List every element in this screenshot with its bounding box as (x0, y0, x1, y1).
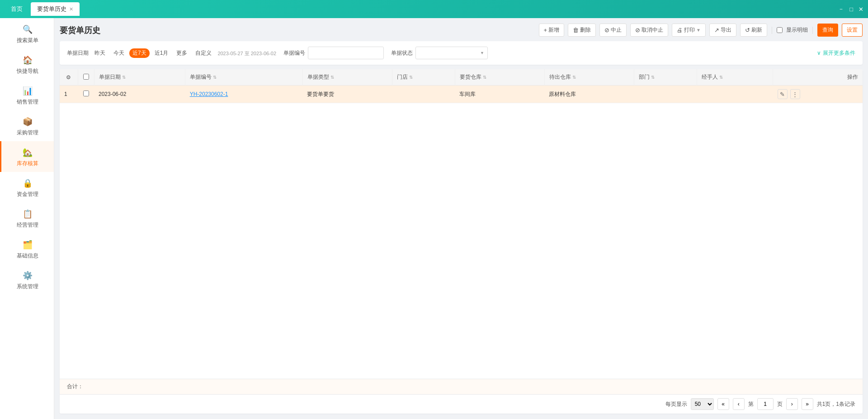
tab-close-icon[interactable]: ✕ (69, 6, 73, 12)
sidebar-item-search-menu-label: 搜索菜单 (17, 37, 38, 44)
sidebar-item-sales-mgmt[interactable]: 📊 销售管理 (0, 80, 54, 110)
print-button[interactable]: 🖨 打印 ▼ (672, 24, 706, 37)
th-actions-label: 操作 (847, 74, 858, 80)
per-page-label: 每页显示 (665, 400, 687, 408)
inventory-icon: 🏡 (23, 148, 33, 157)
page-input[interactable] (757, 398, 774, 410)
per-page-select[interactable]: 50 10 20 100 (691, 398, 714, 410)
close-btn[interactable]: ✕ (859, 6, 863, 13)
tab-home[interactable]: 首页 (5, 2, 29, 16)
table-row[interactable]: 1 2023-06-02 YH-20230602-1 要货单要货 车间库 原材料… (60, 86, 863, 103)
first-page-btn[interactable]: « (717, 398, 729, 410)
query-label: 查询 (822, 26, 833, 34)
sidebar-item-quick-nav-label: 快捷导航 (17, 67, 38, 75)
th-order-no[interactable]: 单据编号 ⇅ (185, 69, 302, 86)
sidebar-item-inventory[interactable]: 🏡 库存核算 (0, 141, 54, 172)
page-suffix: 页 (777, 400, 783, 408)
data-table: ⚙ 单据日期 ⇅ (60, 69, 863, 103)
tab-purchase-order-history[interactable]: 要货单历史 ✕ (31, 2, 80, 16)
th-handler[interactable]: 经手人 ⇅ (697, 69, 773, 86)
cell-handler (697, 86, 773, 103)
sidebar-item-finance[interactable]: 🔒 资金管理 (0, 172, 54, 203)
pagination-bar: 每页显示 50 10 20 100 « ‹ 第 页 › (60, 394, 863, 414)
sidebar-item-finance-label: 资金管理 (17, 190, 38, 198)
date-btn-7days[interactable]: 近7天 (129, 48, 150, 58)
tab-purchase-order-history-label: 要货单历史 (37, 5, 66, 13)
page-label: 第 (748, 400, 754, 408)
next-page-btn[interactable]: › (786, 398, 798, 410)
date-range-text: 2023-05-27 至 2023-06-02 (217, 50, 276, 57)
delete-button[interactable]: 🗑 删除 (568, 24, 596, 37)
new-icon: + (544, 27, 547, 33)
status-filter-group: 单据状态 (391, 47, 488, 59)
sales-mgmt-icon: 📊 (23, 86, 33, 96)
sidebar-item-purchase-mgmt[interactable]: 📦 采购管理 (0, 110, 54, 141)
stop-button[interactable]: ⊘ 中止 (599, 24, 627, 37)
export-icon: ↗ (714, 27, 719, 33)
export-label: 导出 (721, 26, 731, 34)
delete-icon: 🗑 (573, 27, 579, 33)
maximize-btn[interactable]: □ (849, 6, 853, 13)
sidebar-item-operations[interactable]: 📋 经营管理 (0, 203, 54, 233)
export-button[interactable]: ↗ 导出 (709, 24, 736, 37)
refresh-button[interactable]: ↺ 刷新 (740, 24, 767, 37)
date-btn-1month[interactable]: 近1月 (151, 48, 172, 58)
sidebar-item-search-menu[interactable]: 🔍 搜索菜单 (0, 18, 54, 49)
display-toggle[interactable]: 显示明细 (777, 26, 808, 34)
table-scroll[interactable]: ⚙ 单据日期 ⇅ (60, 69, 863, 379)
date-btn-today[interactable]: 今天 (110, 48, 127, 58)
window-controls: － □ ✕ (838, 5, 863, 13)
row-more-icon[interactable]: ⋮ (790, 89, 800, 99)
date-btn-custom[interactable]: 自定义 (192, 48, 215, 58)
display-toggle-label: 显示明细 (786, 26, 808, 34)
sidebar-item-quick-nav[interactable]: 🏠 快捷导航 (0, 49, 54, 80)
new-button[interactable]: + 新增 (539, 24, 565, 37)
sidebar-item-system-mgmt[interactable]: ⚙️ 系统管理 (0, 264, 54, 295)
th-handler-sort-icon: ⇅ (719, 75, 723, 80)
date-filter-label: 单据日期 (67, 49, 89, 57)
th-dept-sort-icon: ⇅ (651, 75, 655, 80)
content-area: 要货单历史 + 新增 🗑 删除 ⊘ 中止 ⊘ 取消中止 (54, 18, 868, 419)
sidebar-item-sales-mgmt-label: 销售管理 (17, 98, 38, 106)
th-store[interactable]: 门店 ⇅ (392, 69, 455, 86)
cancel-stop-icon: ⊘ (635, 27, 640, 33)
th-date[interactable]: 单据日期 ⇅ (94, 69, 185, 86)
minimize-btn[interactable]: － (838, 5, 844, 13)
th-order-type[interactable]: 单据类型 ⇅ (302, 69, 392, 86)
cell-order-no[interactable]: YH-20230602-1 (185, 86, 302, 103)
cell-no: 1 (60, 86, 78, 103)
th-req-warehouse-label: 要货仓库 (460, 73, 481, 81)
settings-button[interactable]: 设置 (842, 24, 863, 37)
th-date-sort-icon: ⇅ (122, 75, 126, 80)
prev-page-btn[interactable]: ‹ (733, 398, 745, 410)
last-page-btn[interactable]: » (802, 398, 813, 410)
toolbar-divider2 (812, 27, 813, 34)
th-actions: 操作 (773, 69, 863, 86)
search-menu-icon: 🔍 (23, 24, 33, 34)
quick-nav-icon: 🏠 (23, 55, 33, 65)
th-order-type-sort-icon: ⇅ (330, 75, 334, 80)
order-no-filter-group: 单据编号 (283, 47, 384, 59)
purchase-mgmt-icon: 📦 (23, 117, 33, 127)
row-edit-icon[interactable]: ✎ (778, 89, 788, 99)
date-btn-more[interactable]: 更多 (173, 48, 190, 58)
display-toggle-checkbox[interactable] (777, 27, 783, 33)
th-order-no-label: 单据编号 (190, 73, 212, 81)
sidebar-item-basic-info[interactable]: 🗂️ 基础信息 (0, 233, 54, 264)
th-order-no-sort-icon: ⇅ (213, 75, 217, 80)
order-no-input[interactable] (308, 47, 384, 59)
cell-checkbox[interactable] (78, 86, 94, 103)
th-pending-warehouse[interactable]: 待出仓库 ⇅ (544, 69, 634, 86)
th-req-warehouse[interactable]: 要货仓库 ⇅ (455, 69, 544, 86)
first-page-icon: « (722, 401, 725, 407)
query-button[interactable]: 查询 (817, 24, 838, 37)
th-dept[interactable]: 部门 ⇅ (634, 69, 697, 86)
th-settings[interactable]: ⚙ (60, 69, 78, 86)
filter-bar: 单据日期 昨天 今天 近7天 近1月 更多 自定义 2023-05-27 至 2… (60, 41, 863, 65)
settings-label: 设置 (847, 26, 858, 34)
expand-more[interactable]: ∨ 展开更多条件 (817, 49, 855, 57)
select-all-checkbox[interactable] (83, 74, 89, 80)
cancel-stop-button[interactable]: ⊘ 取消中止 (630, 24, 668, 37)
status-select[interactable] (415, 47, 488, 59)
date-btn-yesterday[interactable]: 昨天 (91, 48, 108, 58)
